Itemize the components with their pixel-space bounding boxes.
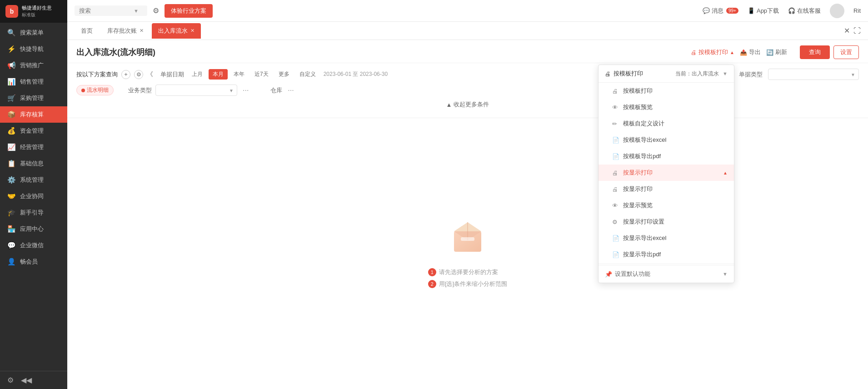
page-header-actions: 🖨 按模板打印 ▲ 🖨 按模板打印 当前：出入库流水 — [691, 45, 859, 59]
date-btn-last7[interactable]: 近7天 — [250, 69, 273, 80]
warehouse-field: 仓库 ··· — [270, 86, 294, 95]
settings-footer-icon[interactable]: ⚙ — [7, 376, 14, 384]
business-type-more-dots[interactable]: ··· — [243, 86, 249, 95]
sidebar-item-purchase[interactable]: 🛒 采购管理 — [0, 90, 67, 106]
filter-settings-icon[interactable]: ⚙ — [134, 70, 143, 79]
tab-fullscreen-icon[interactable]: ⛶ — [853, 27, 861, 35]
refresh-button[interactable]: 🔄 刷新 — [766, 48, 787, 56]
print-template-button[interactable]: 🖨 按模板打印 ▲ 🖨 按模板打印 当前：出入库流水 — [691, 48, 734, 56]
date-btn-current-year[interactable]: 本年 — [229, 69, 249, 80]
dropdown-header-actions: 当前：出入库流水 ▼ — [675, 70, 728, 78]
print-template-label: 按模板打印 — [698, 48, 728, 56]
export-button[interactable]: 📤 导出 — [740, 48, 761, 56]
collapse-btn-label: 收起更多条件 — [454, 100, 489, 109]
tab-inventory-batch-label: 库存批次账 — [107, 27, 137, 35]
message-item[interactable]: 💬 消息 99+ — [703, 7, 738, 15]
print-dropdown-panel: 🖨 按模板打印 当前：出入库流水 ▼ 🖨 — [598, 65, 734, 283]
sidebar-item-enterprise[interactable]: 🤝 企业协同 — [0, 188, 67, 204]
display-preview-icon: 👁 — [612, 202, 619, 209]
sidebar-item-sales[interactable]: 📊 销售管理 — [0, 74, 67, 90]
date-field-label: 单据日期 — [160, 70, 184, 79]
dropdown-current-chevron[interactable]: ▼ — [723, 71, 728, 76]
footer-chevron[interactable]: ▼ — [723, 271, 728, 277]
sidebar-item-search[interactable]: 🔍 搜索菜单 — [0, 25, 67, 41]
document-type-select[interactable] — [768, 69, 859, 80]
trial-industry-button[interactable]: 体验行业方案 — [165, 4, 213, 18]
date-btn-current-month[interactable]: 本月 — [209, 69, 228, 80]
set-default-item[interactable]: 📌 设置默认功能 — [605, 270, 650, 278]
sidebar-item-system[interactable]: ⚙️ 系统管理 — [0, 172, 67, 188]
enterprise-icon: 🤝 — [7, 192, 15, 200]
sidebar-item-marketing[interactable]: 📢 营销推广 — [0, 57, 67, 74]
system-icon: ⚙️ — [7, 176, 15, 184]
sidebar-item-member[interactable]: 👤 畅会员 — [0, 254, 67, 270]
filter-label: 按以下方案查询 — [76, 70, 118, 79]
flow-detail-tag[interactable]: 流水明细 — [76, 85, 114, 95]
dropdown-header: 🖨 按模板打印 当前：出入库流水 ▼ — [599, 65, 734, 83]
sidebar-item-wecom[interactable]: 💬 企业微信 — [0, 237, 67, 254]
sidebar-item-label: 经营管理 — [20, 143, 44, 151]
tip-num-2: 2 — [428, 280, 436, 288]
app-download-item[interactable]: 📱 App下载 — [748, 7, 779, 15]
collapse-arrow-icon: ▲ — [446, 101, 452, 108]
search-input[interactable] — [79, 7, 134, 14]
topbar-gear-icon[interactable]: ⚙ — [153, 6, 159, 15]
template-custom-icon: ✏ — [612, 120, 619, 127]
template-pdf-icon: 📄 — [612, 153, 619, 160]
sidebar-item-finance[interactable]: 💰 资金管理 — [0, 123, 67, 139]
filter-add-icon[interactable]: + — [121, 70, 130, 79]
dropdown-section-display[interactable]: 🖨 按显示打印 ▲ — [599, 165, 734, 181]
sidebar-item-basic[interactable]: 📋 基础信息 — [0, 155, 67, 172]
collapse-more-btn[interactable]: ▲ 收起更多条件 — [446, 100, 489, 109]
warehouse-more-dots[interactable]: ··· — [288, 86, 294, 95]
filter-collapse-icon[interactable]: 《 — [147, 70, 153, 79]
app-download-label: App下载 — [757, 7, 779, 15]
tab-inventory-batch-close[interactable]: ✕ — [140, 28, 144, 34]
tab-inventory-batch[interactable]: 库存批次账 ✕ — [101, 23, 150, 39]
date-btn-custom[interactable]: 自定义 — [295, 69, 320, 80]
sidebar-item-label: 系统管理 — [20, 176, 44, 184]
sidebar-item-label: 应用中心 — [20, 225, 44, 233]
tab-inout-flow[interactable]: 出入库流水 ✕ — [152, 23, 201, 39]
dropdown-item-template-preview[interactable]: 👁 按模板预览 — [599, 99, 734, 115]
sidebar-item-apps[interactable]: 🏪 应用中心 — [0, 221, 67, 237]
topbar-search-box[interactable]: ▼ — [75, 5, 147, 16]
dropdown-item-display-print[interactable]: 🖨 按显示打印 — [599, 181, 734, 197]
sidebar-footer: ⚙ ◀◀ — [0, 371, 67, 389]
dropdown-item-display-export-pdf[interactable]: 📄 按显示导出pdf — [599, 246, 734, 263]
message-icon: 💬 — [703, 7, 710, 14]
business-type-select[interactable] — [155, 85, 237, 96]
sidebar-item-label: 库存核算 — [20, 110, 44, 119]
dropdown-item-template-export-pdf[interactable]: 📄 按模板导出pdf — [599, 148, 734, 165]
query-button[interactable]: 查询 — [800, 45, 830, 59]
display-excel-icon: 📄 — [612, 235, 619, 242]
sidebar-item-inventory[interactable]: 📦 库存核算 — [0, 106, 67, 123]
business-type-label: 业务类型 — [128, 86, 152, 95]
sidebar-item-quicknav[interactable]: ⚡ 快捷导航 — [0, 41, 67, 57]
dropdown-item-display-export-excel[interactable]: 📄 按显示导出excel — [599, 230, 734, 246]
tab-inout-flow-close[interactable]: ✕ — [190, 28, 195, 34]
dropdown-item-display-settings[interactable]: ⚙ 按显示打印设置 — [599, 214, 734, 230]
tab-close-all-icon[interactable]: ✕ — [844, 26, 850, 35]
collapse-sidebar-icon[interactable]: ◀◀ — [21, 376, 32, 384]
user-name: Rit — [853, 7, 861, 14]
settings-button[interactable]: 设置 — [833, 45, 859, 59]
topbar: ▼ ⚙ 体验行业方案 💬 消息 99+ 📱 App下载 🎧 在线客服 Rit — [67, 0, 868, 22]
display-preview-label: 按显示预览 — [623, 201, 653, 209]
dropdown-item-template-print[interactable]: 🖨 按模板打印 — [599, 83, 734, 99]
member-icon: 👤 — [7, 258, 15, 266]
template-custom-label: 模板自定义设计 — [623, 120, 664, 128]
avatar[interactable] — [830, 4, 844, 18]
sidebar-item-operation[interactable]: 📈 经营管理 — [0, 139, 67, 155]
date-btn-more[interactable]: 更多 — [274, 69, 294, 80]
sidebar-item-guide[interactable]: 🎓 新手引导 — [0, 204, 67, 221]
customer-service-item[interactable]: 🎧 在线客服 — [788, 7, 821, 15]
svg-rect-4 — [461, 237, 474, 241]
dropdown-item-template-custom[interactable]: ✏ 模板自定义设计 — [599, 115, 734, 132]
dropdown-item-template-export-excel[interactable]: 📄 按模板导出excel — [599, 132, 734, 148]
tab-home[interactable]: 首页 — [75, 23, 99, 39]
document-type-select-wrapper — [768, 69, 859, 80]
dropdown-item-display-preview[interactable]: 👁 按显示预览 — [599, 197, 734, 214]
guide-icon: 🎓 — [7, 209, 15, 217]
date-btn-prev-month[interactable]: 上月 — [188, 69, 207, 80]
